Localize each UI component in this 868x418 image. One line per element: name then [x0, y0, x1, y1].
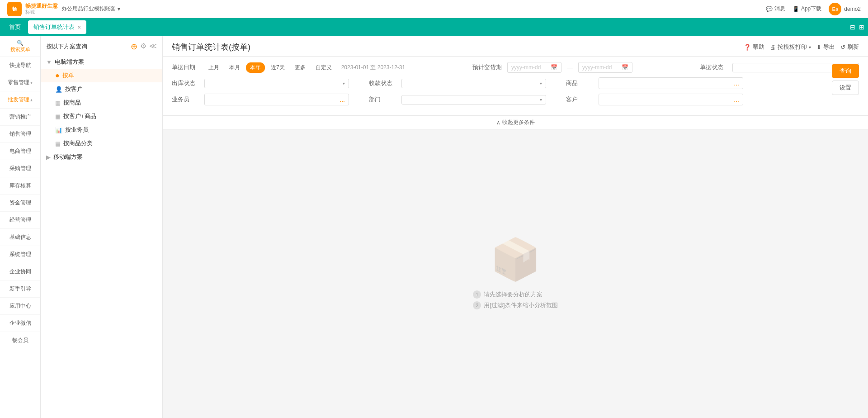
tree-section-label-pc[interactable]: ▼ 电脑端方案: [41, 55, 162, 69]
chevron-down-icon: ▾: [118, 6, 120, 12]
filter-row-1: 单据日期 上月 本月 本年 近7天 更多 自定义 2023-01-01 至 20…: [172, 62, 859, 73]
customer-label: 客户: [566, 95, 593, 104]
payment-status-select[interactable]: ▾: [401, 79, 546, 88]
top-bar: 畅 畅捷通好生意 标账 办公用品行业模拟账套 ▾ 💬 消息 📱 App下载 Ea…: [0, 0, 868, 18]
sub-title: 标账: [25, 9, 58, 15]
product-input[interactable]: ...: [599, 77, 743, 89]
collapse-panel-btn[interactable]: ≪: [149, 42, 157, 52]
message-btn[interactable]: 💬 消息: [766, 5, 785, 13]
app-download-btn[interactable]: 📱 App下载: [793, 5, 821, 13]
by-cust-prod-icon: ▦: [55, 113, 61, 120]
user-profile[interactable]: Ea demo2: [829, 3, 861, 15]
department-select[interactable]: ▾: [401, 95, 546, 104]
sidebar-item-inventory[interactable]: 库存核算: [0, 177, 40, 195]
salesman-label: 业务员: [172, 95, 199, 104]
sidebar-item-finance[interactable]: 资金管理: [0, 195, 40, 212]
page-title: 销售订单统计表(按单): [172, 42, 250, 52]
tree-section-label-mobile[interactable]: ▶ 移动端方案: [41, 150, 162, 164]
query-btn-area: 查询 设置: [832, 64, 859, 95]
tree-expand-icon: ▼: [46, 59, 52, 66]
left-panel-actions: ⊕ ⚙ ≪: [131, 42, 157, 52]
expected-date-start-input[interactable]: yyyy-mm-dd 📅: [507, 62, 561, 73]
tree-section-text-pc: 电脑端方案: [55, 58, 84, 66]
sidebar-item-sales[interactable]: 销售管理: [0, 126, 40, 143]
tab-sales-order-stat[interactable]: 销售订单统计表 ✕: [28, 20, 86, 34]
tree-collapse-icon: ▶: [46, 154, 51, 161]
customer-input[interactable]: ...: [599, 94, 743, 105]
date-btn-more[interactable]: 更多: [291, 62, 310, 73]
template-print-btn[interactable]: 🖨 按模板打印 ▾: [770, 43, 811, 51]
tree-item-by-cust-prod[interactable]: ▦ 按客户+商品: [41, 109, 162, 123]
product-more-icon: ...: [734, 80, 739, 87]
sidebar-search[interactable]: 🔍 搜索菜单: [0, 36, 40, 57]
outbound-status-select[interactable]: ▾: [204, 79, 349, 88]
help-icon: ❓: [744, 44, 751, 51]
settings-scheme-btn[interactable]: ⚙: [140, 42, 146, 52]
tree-item-by-salesman[interactable]: 📊 按业务员: [41, 123, 162, 137]
tree-item-by-product[interactable]: ▦ 按商品: [41, 96, 162, 109]
tab-minimize-icon[interactable]: ⊟: [850, 24, 855, 31]
outbound-arrow-icon: ▾: [343, 81, 345, 86]
help-btn[interactable]: ❓ 帮助: [744, 43, 764, 51]
sidebar-item-enterprise[interactable]: 企业协同: [0, 263, 40, 280]
sidebar-item-ecommerce[interactable]: 电商管理: [0, 143, 40, 160]
payment-status-label: 收款状态: [369, 79, 396, 87]
sidebar-item-wechat[interactable]: 企业微信: [0, 315, 40, 332]
empty-state: 📦 1 请先选择要分析的方案 2 用[过滤]条件来缩小分析范围: [163, 129, 868, 418]
sidebar-item-operation[interactable]: 经营管理: [0, 212, 40, 229]
tree-item-by-customer[interactable]: 👤 按客户: [41, 82, 162, 96]
outbound-status-label: 出库状态: [172, 79, 199, 87]
tab-bar: 首页 销售订单统计表 ✕ ⊟ ⊞: [0, 18, 868, 36]
add-scheme-btn[interactable]: ⊕: [131, 42, 137, 52]
collapse-bar[interactable]: ∧ 收起更多条件: [163, 116, 868, 129]
product-label: 商品: [566, 79, 593, 87]
top-bar-left: 畅 畅捷通好生意 标账 办公用品行业模拟账套 ▾: [7, 2, 120, 16]
tab-home[interactable]: 首页: [4, 20, 26, 34]
tree-item-by-category[interactable]: ▤ 按商品分类: [41, 137, 162, 150]
export-icon: ⬇: [816, 44, 821, 51]
query-button[interactable]: 查询: [832, 64, 859, 78]
date-btn-custom[interactable]: 自定义: [311, 62, 336, 73]
date-btn-last-7days[interactable]: 近7天: [267, 62, 289, 73]
salesman-input[interactable]: ...: [204, 94, 349, 105]
top-bar-right: 💬 消息 📱 App下载 Ea demo2: [766, 3, 861, 15]
calendar-icon-2: 📅: [622, 64, 628, 71]
sidebar-item-basic[interactable]: 基础信息: [0, 229, 40, 246]
print-dropdown-icon: ▾: [809, 45, 811, 50]
tab-bar-actions: ⊟ ⊞: [850, 24, 864, 31]
date-btn-this-month[interactable]: 本月: [225, 62, 244, 73]
filter-row-3: 业务员 ... 部门 ▾ 客户 ...: [172, 94, 859, 105]
by-category-icon: ▤: [55, 140, 61, 147]
sidebar-item-marketing[interactable]: 营销推广: [0, 109, 40, 126]
workspace-dropdown[interactable]: 办公用品行业模拟账套 ▾: [61, 5, 120, 13]
refresh-icon: ↺: [840, 44, 845, 51]
collapse-up-icon: ∧: [496, 119, 500, 126]
export-btn[interactable]: ⬇ 导出: [816, 43, 835, 51]
tab-close-icon[interactable]: ✕: [77, 25, 81, 30]
left-panel: 按以下方案查询 ⊕ ⚙ ≪ ▼ 电脑端方案 ● 按单 👤: [41, 36, 163, 418]
sidebar-item-vip[interactable]: 畅会员: [0, 332, 40, 349]
tree-section-pc: ▼ 电脑端方案 ● 按单 👤 按客户 ▦ 按商品 ▦ 按客户+商品: [41, 55, 162, 150]
date-btn-this-year[interactable]: 本年: [246, 62, 265, 73]
date-separator: —: [567, 64, 573, 71]
search-icon: 🔍: [17, 40, 24, 46]
sidebar-item-retail[interactable]: 零售管理 ▾: [0, 74, 40, 91]
department-label: 部门: [369, 95, 396, 104]
sidebar-item-system[interactable]: 系统管理: [0, 246, 40, 263]
sidebar-item-newbie[interactable]: 新手引导: [0, 280, 40, 298]
sidebar-item-appcenter[interactable]: 应用中心: [0, 298, 40, 315]
sidebar-item-purchase[interactable]: 采购管理: [0, 160, 40, 177]
date-shortcuts: 上月 本月 本年 近7天 更多 自定义: [204, 62, 336, 73]
tree-item-by-order[interactable]: ● 按单: [41, 69, 162, 82]
calendar-icon: 📅: [551, 64, 557, 71]
expected-date-end-input[interactable]: yyyy-mm-dd 📅: [578, 62, 632, 73]
refresh-btn[interactable]: ↺ 刷新: [840, 43, 859, 51]
tab-maximize-icon[interactable]: ⊞: [859, 24, 864, 31]
sidebar-item-wholesale[interactable]: 批发管理 ▴: [0, 91, 40, 109]
empty-hints: 1 请先选择要分析的方案 2 用[过滤]条件来缩小分析范围: [473, 290, 557, 312]
sidebar-item-quick-nav[interactable]: 快捷导航: [0, 57, 40, 74]
settings-button[interactable]: 设置: [832, 81, 859, 95]
date-btn-last-month[interactable]: 上月: [204, 62, 223, 73]
filter-row-2: 出库状态 ▾ 收款状态 ▾ 商品 ...: [172, 77, 859, 89]
print-icon: 🖨: [770, 44, 776, 51]
